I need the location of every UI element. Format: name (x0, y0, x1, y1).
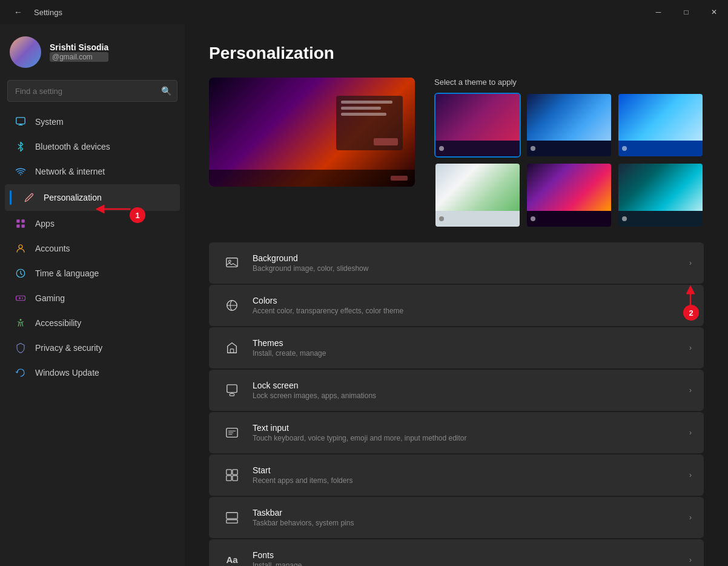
update-icon (15, 367, 27, 379)
privacy-icon (15, 342, 27, 354)
active-indicator (10, 190, 12, 205)
preview-window (336, 96, 403, 150)
background-arrow: › (689, 259, 692, 267)
titlebar: ← Settings ─ □ ✕ (0, 0, 728, 24)
accounts-icon (15, 242, 27, 255)
user-profile[interactable]: Srishti Sisodia @gmail.com (0, 29, 185, 80)
lockscreen-title: Lock screen (253, 381, 689, 390)
background-text: Background Background image, color, slid… (253, 253, 689, 273)
themes-icon (221, 337, 243, 359)
svg-rect-7 (22, 225, 25, 228)
theme-option-3[interactable] (617, 93, 704, 158)
sidebar-item-accounts[interactable]: Accounts (5, 236, 180, 261)
svg-rect-6 (16, 225, 19, 228)
theme-picker: Select a theme to apply (434, 78, 704, 228)
sidebar-item-network[interactable]: Network & internet (5, 159, 180, 184)
colors-item[interactable]: Colors Accent color, transparency effect… (209, 285, 704, 326)
window-controls: ─ □ ✕ (644, 2, 728, 22)
sidebar-item-time-label: Time & language (35, 268, 99, 278)
sidebar: Srishti Sisodia @gmail.com 🔍 System (0, 24, 185, 566)
sidebar-item-system[interactable]: System (5, 110, 180, 134)
background-item[interactable]: Background Background image, color, slid… (209, 242, 704, 284)
sidebar-item-privacy[interactable]: Privacy & security (5, 336, 180, 360)
svg-rect-5 (22, 219, 25, 222)
user-name: Srishti Sisodia (50, 42, 108, 52)
svg-rect-24 (227, 475, 231, 480)
svg-point-8 (19, 245, 22, 248)
textinput-icon (221, 422, 243, 444)
taskbar-arrow: › (689, 513, 692, 522)
svg-point-12 (22, 298, 23, 299)
fonts-item[interactable]: Aa Fonts Install, manage › (209, 539, 704, 567)
sidebar-item-accessibility[interactable]: Accessibility (5, 311, 180, 335)
lockscreen-arrow: › (689, 386, 692, 395)
themes-desc: Install, create, manage (253, 349, 689, 358)
sidebar-item-gaming-label: Gaming (35, 293, 65, 303)
sidebar-item-update-label: Windows Update (35, 368, 99, 378)
nav-items: System Bluetooth & devices Network & int… (0, 109, 185, 566)
system-icon (15, 116, 27, 128)
sidebar-item-apps[interactable]: Apps (5, 211, 180, 236)
start-icon (221, 464, 243, 486)
maximize-button[interactable]: □ (672, 2, 700, 22)
sidebar-item-bluetooth-label: Bluetooth & devices (35, 142, 110, 151)
colors-text: Colors Accent color, transparency effect… (253, 296, 689, 315)
sidebar-item-update[interactable]: Windows Update (5, 361, 180, 385)
page-title: Personalization (209, 44, 704, 63)
taskbar-item[interactable]: Taskbar Taskbar behaviors, system pins › (209, 497, 704, 538)
lockscreen-item[interactable]: Lock screen Lock screen images, apps, an… (209, 370, 704, 411)
textinput-item[interactable]: Text input Touch keyboard, voice typing,… (209, 412, 704, 453)
taskbar-text: Taskbar Taskbar behaviors, system pins (253, 508, 689, 527)
svg-point-13 (20, 319, 22, 321)
theme-option-2[interactable] (526, 93, 612, 158)
time-icon (15, 267, 27, 279)
fonts-text: Fonts Install, manage (253, 550, 689, 567)
textinput-title: Text input (253, 423, 689, 433)
start-item[interactable]: Start Recent apps and items, folders › (209, 454, 704, 496)
sidebar-item-personalization[interactable]: Personalization (5, 184, 180, 211)
accessibility-icon (15, 317, 27, 329)
sidebar-item-system-label: System (35, 117, 64, 127)
theme-option-5[interactable] (526, 162, 612, 227)
svg-point-15 (229, 260, 231, 262)
sidebar-item-gaming[interactable]: Gaming (5, 286, 180, 310)
apps-icon (15, 218, 27, 230)
lockscreen-desc: Lock screen images, apps, animations (253, 391, 689, 400)
app-title: Settings (34, 8, 62, 17)
svg-rect-0 (16, 118, 25, 124)
svg-rect-19 (230, 393, 234, 396)
background-icon (221, 252, 243, 274)
bluetooth-icon (15, 141, 27, 153)
avatar (10, 36, 41, 68)
sidebar-item-time[interactable]: Time & language (5, 261, 180, 285)
sidebar-item-privacy-label: Privacy & security (35, 343, 102, 353)
theme-option-4[interactable] (434, 162, 521, 227)
colors-arrow: › (689, 301, 692, 310)
svg-rect-4 (16, 219, 19, 222)
main-content: Personalization (185, 24, 728, 566)
back-button[interactable]: ← (10, 4, 27, 21)
settings-list: Background Background image, color, slid… (209, 242, 704, 567)
svg-point-11 (22, 298, 23, 299)
fonts-arrow: › (689, 556, 692, 564)
colors-desc: Accent color, transparency effects, colo… (253, 307, 689, 315)
sidebar-item-bluetooth[interactable]: Bluetooth & devices (5, 135, 180, 159)
colors-icon (221, 295, 243, 316)
close-button[interactable]: ✕ (700, 2, 728, 22)
user-email: @gmail.com (50, 52, 108, 62)
themes-item[interactable]: Themes Install, create, manage › (209, 327, 704, 368)
search-input[interactable] (7, 80, 177, 102)
network-icon (15, 165, 27, 178)
theme-option-6[interactable] (617, 162, 704, 227)
start-arrow: › (689, 471, 692, 479)
svg-rect-27 (227, 512, 237, 518)
fonts-desc: Install, manage (253, 561, 689, 567)
themes-arrow: › (689, 344, 692, 352)
sidebar-item-accessibility-label: Accessibility (35, 318, 81, 328)
sidebar-item-apps-label: Apps (35, 219, 55, 228)
sidebar-item-personalization-label: Personalization (44, 193, 102, 202)
sidebar-item-accounts-label: Accounts (35, 244, 70, 253)
minimize-button[interactable]: ─ (644, 2, 672, 22)
theme-option-1[interactable] (434, 93, 521, 158)
background-title: Background (253, 253, 689, 263)
